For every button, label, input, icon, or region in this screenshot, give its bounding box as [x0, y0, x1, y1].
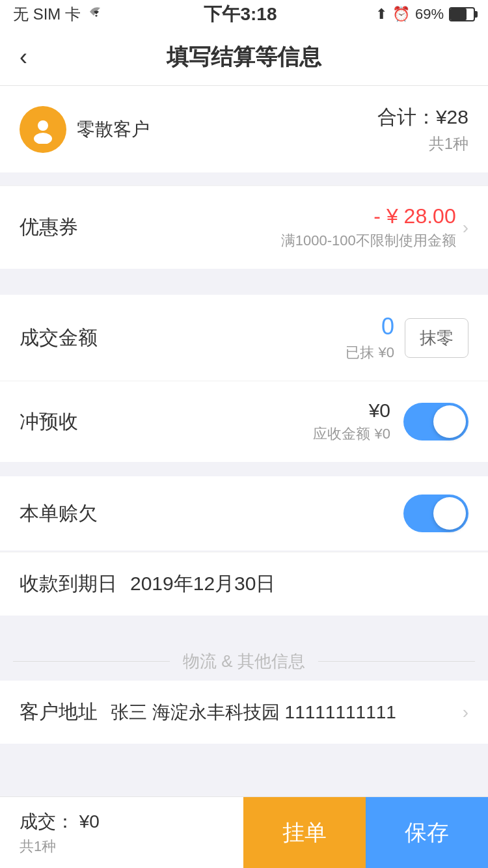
chevron-right-icon: ›: [463, 217, 468, 238]
pre-receive-amounts: ¥0 应收金额 ¥0: [313, 400, 390, 444]
address-value: 张三 海淀永丰科技园 11111111111: [111, 700, 463, 725]
transaction-label: 成交金额: [20, 325, 98, 351]
transaction-row: 成交金额 0 已抹 ¥0 抹零: [0, 295, 488, 381]
content: 零散客户 合计：¥28 共1种 优惠券 - ¥ 28.00 满1000-100不…: [0, 86, 488, 835]
pre-receive-right: ¥0 应收金额 ¥0: [313, 400, 468, 444]
amount-display: 0 已抹 ¥0: [346, 313, 394, 362]
customer-row: 零散客户 合计：¥28 共1种: [0, 86, 488, 172]
customer-name: 零散客户: [77, 117, 150, 142]
bottom-summary: 成交： ¥0 共1种: [0, 809, 243, 856]
transaction-right: 0 已抹 ¥0 抹零: [346, 313, 468, 362]
logistics-divider: 物流 & 其他信息: [0, 642, 488, 681]
pre-receive-row: 冲预收 ¥0 应收金额 ¥0: [0, 381, 488, 462]
toggle-knob: [433, 405, 466, 438]
back-button[interactable]: ‹: [20, 37, 34, 77]
bottom-summary-top: 成交： ¥0: [20, 809, 224, 834]
pre-receive-toggle[interactable]: [403, 403, 468, 441]
location-icon: ⬆: [375, 6, 387, 23]
status-right: ⬆ ⏰ 69%: [375, 6, 475, 23]
carrier-text: 无 SIM 卡: [13, 4, 81, 25]
address-chevron-icon: ›: [463, 702, 468, 723]
address-row[interactable]: 客户地址 张三 海淀永丰科技园 11111111111 ›: [0, 681, 488, 744]
status-left: 无 SIM 卡: [13, 4, 105, 25]
transaction-section: 成交金额 0 已抹 ¥0 抹零 冲预收 ¥0 应收金额 ¥0: [0, 295, 488, 462]
logistics-line-right: [318, 661, 475, 662]
hang-button[interactable]: 挂单: [243, 797, 366, 869]
coupon-row[interactable]: 优惠券 - ¥ 28.00 满1000-100不限制使用金额 ›: [0, 185, 488, 269]
alarm-icon: ⏰: [392, 6, 410, 23]
debt-toggle-knob: [433, 497, 466, 530]
customer-section: 零散客户 合计：¥28 共1种: [0, 86, 488, 172]
coupon-amount: - ¥ 28.00: [281, 204, 456, 228]
transaction-value: 0: [346, 313, 394, 340]
bottom-summary-label: 成交：: [20, 811, 74, 832]
customer-left: 零散客户: [20, 106, 150, 153]
coupon-label: 优惠券: [20, 214, 78, 241]
save-button[interactable]: 保存: [366, 797, 488, 869]
battery-icon: [449, 7, 475, 21]
bottom-summary-value: ¥0: [79, 811, 100, 832]
gray-divider-3: [0, 629, 488, 642]
address-section: 客户地址 张三 海淀永丰科技园 11111111111 ›: [0, 681, 488, 744]
pre-amount: ¥0: [313, 400, 390, 422]
svg-point-0: [38, 120, 48, 131]
total-amount: 合计：¥28: [377, 104, 468, 131]
total-count: 共1种: [377, 133, 468, 154]
wifi-icon: [87, 5, 105, 23]
customer-summary: 合计：¥28 共1种: [377, 104, 468, 154]
battery-text: 69%: [415, 6, 444, 23]
transaction-sub: 已抹 ¥0: [346, 343, 394, 362]
logistics-line-left: [13, 661, 170, 662]
bottom-bar: 成交： ¥0 共1种 挂单 保存: [0, 796, 488, 868]
due-date-value: 2019年12月30日: [130, 571, 275, 597]
coupon-right: - ¥ 28.00 满1000-100不限制使用金额 ›: [281, 204, 468, 251]
debt-label: 本单赊欠: [20, 500, 98, 527]
due-date-section: 收款到期日 2019年12月30日: [0, 552, 488, 616]
due-date-label: 收款到期日: [20, 571, 117, 597]
coupon-section: 优惠券 - ¥ 28.00 满1000-100不限制使用金额 ›: [0, 185, 488, 269]
logistics-text: 物流 & 其他信息: [183, 650, 305, 673]
status-bar: 无 SIM 卡 下午3:18 ⬆ ⏰ 69%: [0, 0, 488, 29]
debt-section: 本单赊欠: [0, 476, 488, 550]
pre-receive-label: 冲预收: [20, 409, 78, 435]
debt-toggle[interactable]: [403, 495, 468, 532]
gray-divider-2: [0, 463, 488, 476]
address-label: 客户地址: [20, 699, 98, 726]
pre-amount-sub: 应收金额 ¥0: [313, 424, 390, 444]
coupon-value: - ¥ 28.00 满1000-100不限制使用金额: [281, 204, 456, 251]
page-title: 填写结算等信息: [167, 42, 321, 72]
time-text: 下午3:18: [204, 2, 277, 27]
nav-bar: ‹ 填写结算等信息: [0, 29, 488, 86]
due-date-row: 收款到期日 2019年12月30日: [0, 552, 488, 616]
round-btn[interactable]: 抹零: [405, 318, 468, 358]
bottom-summary-count: 共1种: [20, 837, 224, 856]
gray-divider-1: [0, 282, 488, 295]
avatar: [20, 106, 66, 153]
coupon-desc: 满1000-100不限制使用金额: [281, 231, 456, 251]
svg-point-1: [34, 133, 52, 144]
